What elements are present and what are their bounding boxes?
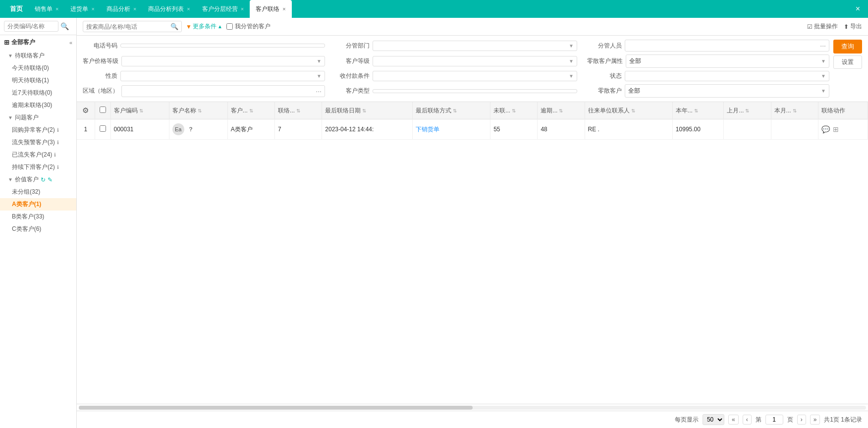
sidebar-item-churned[interactable]: 已流失客户(24) ℹ: [0, 149, 76, 161]
sidebar-item-7day-pending[interactable]: 近7天待联络(0): [0, 87, 76, 99]
next-page-btn[interactable]: ›: [797, 415, 806, 425]
sort-no-contact-icon[interactable]: ⇅: [512, 108, 516, 113]
th-code[interactable]: 客户编码 ⇅: [110, 102, 169, 119]
th-last-contact-date[interactable]: 最后联络日期 ⇅: [322, 102, 412, 119]
filter-more-btn[interactable]: ▼ 更多条件 ▲: [186, 22, 222, 31]
sidebar-item-today-pending[interactable]: 今天待联络(0): [0, 62, 76, 74]
filter-customer-type-input[interactable]: [373, 89, 577, 93]
region-dots[interactable]: ···: [316, 87, 322, 95]
manager-dots[interactable]: ···: [820, 42, 826, 50]
sidebar-group-problem[interactable]: ▼ 问题客户: [0, 111, 76, 124]
close-goods-analysis-list-tab[interactable]: ×: [187, 6, 190, 12]
filter-price-grade-select[interactable]: ▼: [121, 56, 325, 66]
prev-page-btn[interactable]: ‹: [743, 415, 752, 425]
query-button[interactable]: 查询: [833, 40, 862, 54]
table-settings-icon[interactable]: ⚙: [82, 106, 89, 114]
sidebar-item-tomorrow-pending[interactable]: 明天待联络(1): [0, 74, 76, 87]
sort-contact-icon[interactable]: ⇅: [296, 108, 300, 113]
sort-this-month-icon[interactable]: ⇅: [793, 108, 797, 113]
th-customer-type[interactable]: 客户... ⇅: [227, 102, 274, 119]
select-all-checkbox[interactable]: [100, 107, 106, 113]
value-edit-icon[interactable]: ✎: [48, 176, 53, 183]
th-checkbox[interactable]: [95, 102, 110, 119]
my-customer-checkbox-wrap[interactable]: 我分管的客户: [226, 22, 271, 31]
filter-payment-select[interactable]: ▼: [373, 71, 577, 81]
search-input[interactable]: [86, 23, 170, 30]
nav-tab-sales[interactable]: 销售单 ×: [29, 0, 64, 18]
sidebar-item-class-c[interactable]: C类客户(6): [0, 223, 76, 235]
page-input[interactable]: [765, 415, 783, 425]
sidebar-collapse-btn[interactable]: «: [69, 40, 72, 46]
message-action-icon[interactable]: 💬: [821, 125, 830, 133]
sidebar-all-customers[interactable]: ⊞ 全部客户 «: [0, 35, 76, 50]
sort-code-icon[interactable]: ⇅: [139, 108, 143, 113]
close-customer-layer-tab[interactable]: ×: [241, 6, 244, 12]
sidebar-item-repurchase-abnormal[interactable]: 回购异常客户(2) ℹ: [0, 124, 76, 136]
th-last-month[interactable]: 上月... ⇅: [724, 102, 771, 119]
th-this-year[interactable]: 本年... ⇅: [672, 102, 724, 119]
close-sales-tab[interactable]: ×: [55, 6, 58, 12]
bottom-scrollbar[interactable]: [77, 404, 868, 411]
sort-overdue-icon[interactable]: ⇅: [559, 108, 563, 113]
filter-nature-select[interactable]: ▼: [120, 71, 325, 81]
sidebar-group-pending[interactable]: ▼ 待联络客户: [0, 50, 76, 62]
th-overdue[interactable]: 逾期... ⇅: [538, 102, 585, 119]
nav-tab-customer-layer[interactable]: 客户分层经营 ×: [196, 0, 250, 18]
filter-phone-input[interactable]: [120, 44, 325, 48]
sidebar-item-ungrouped[interactable]: 未分组(32): [0, 186, 76, 198]
filter-retail-attr-select[interactable]: 全部 ▼: [626, 54, 829, 68]
nav-tab-goods-analysis-list[interactable]: 商品分析列表 ×: [142, 0, 196, 18]
settings-button[interactable]: 设置: [833, 55, 862, 69]
scrollbar-track[interactable]: [79, 406, 866, 410]
sort-name-icon[interactable]: ⇅: [198, 108, 202, 113]
batch-op-button[interactable]: ☑ 批量操作: [807, 22, 838, 31]
nav-tab-customer-contact[interactable]: 客户联络 ×: [250, 0, 291, 18]
sidebar-item-class-b[interactable]: B类客户(33): [0, 211, 76, 223]
sort-this-year-icon[interactable]: ⇅: [694, 108, 698, 113]
close-purchase-tab[interactable]: ×: [91, 6, 94, 12]
th-contact-count[interactable]: 联络... ⇅: [275, 102, 322, 119]
page-size-select[interactable]: 50: [703, 414, 724, 425]
scrollbar-thumb[interactable]: [79, 406, 473, 410]
sidebar-search-input[interactable]: [4, 21, 58, 32]
sort-last-month-icon[interactable]: ⇅: [745, 108, 749, 113]
my-customer-checkbox[interactable]: [226, 23, 233, 30]
filter-region-input[interactable]: ···: [121, 85, 325, 97]
export-button[interactable]: ⬆ 导出: [844, 22, 862, 31]
sort-type-icon[interactable]: ⇅: [249, 108, 253, 113]
th-this-month[interactable]: 本月... ⇅: [771, 102, 818, 119]
filter-manager-input[interactable]: ···: [625, 40, 829, 52]
toolbar-search-icon[interactable]: 🔍: [170, 23, 178, 30]
filter-status-select[interactable]: ▼: [625, 71, 829, 81]
filter-retail-select[interactable]: 全部 ▼: [625, 84, 829, 98]
th-last-contact-method[interactable]: 最后联络方式 ⇅: [412, 102, 490, 119]
close-customer-contact-tab[interactable]: ×: [282, 6, 285, 12]
th-unit-contact[interactable]: 往来单位联系人 ⇅: [585, 102, 672, 119]
nav-tab-home[interactable]: 首页: [4, 0, 29, 18]
th-settings[interactable]: ⚙: [77, 102, 95, 119]
filter-customer-grade-select[interactable]: ▼: [373, 56, 577, 66]
last-contact-method-link[interactable]: 下销货单: [416, 126, 439, 133]
th-name[interactable]: 客户名称 ⇅: [169, 102, 227, 119]
grid-action-icon[interactable]: ⊞: [833, 125, 839, 133]
td-checkbox[interactable]: [95, 119, 110, 140]
window-close-button[interactable]: ×: [852, 4, 864, 13]
sidebar-item-overdue-pending[interactable]: 逾期未联络(30): [0, 99, 76, 111]
value-refresh-icon[interactable]: ↻: [41, 176, 46, 183]
th-no-contact-days[interactable]: 未联... ⇅: [490, 102, 538, 119]
sidebar-group-value[interactable]: ▼ 价值客户 ↻ ✎: [0, 173, 76, 186]
sort-date-icon[interactable]: ⇅: [362, 108, 366, 113]
sidebar-item-class-a[interactable]: A类客户(1): [0, 198, 76, 211]
sort-unit-contact-icon[interactable]: ⇅: [631, 108, 635, 113]
close-goods-analysis-tab[interactable]: ×: [133, 6, 136, 12]
sidebar-search-icon[interactable]: 🔍: [60, 22, 69, 30]
sidebar-item-declining[interactable]: 持续下滑客户(2) ℹ: [0, 161, 76, 173]
sort-method-icon[interactable]: ⇅: [453, 108, 457, 113]
nav-tab-purchase[interactable]: 进货单 ×: [64, 0, 100, 18]
filter-dept-select[interactable]: ▼: [373, 41, 577, 51]
first-page-btn[interactable]: «: [728, 415, 739, 425]
sidebar-item-churn-warning[interactable]: 流失预警客户(3) ℹ: [0, 136, 76, 149]
last-page-btn[interactable]: »: [810, 415, 820, 425]
nav-tab-goods-analysis[interactable]: 商品分析 ×: [101, 0, 142, 18]
td-last-contact-method[interactable]: 下销货单: [412, 119, 490, 140]
